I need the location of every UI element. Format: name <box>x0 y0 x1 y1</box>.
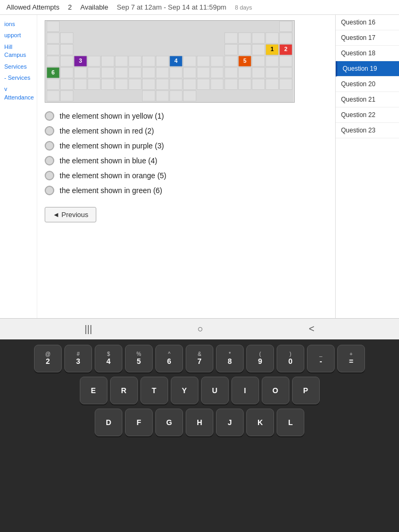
question-label-18: Question 18 <box>341 49 376 57</box>
question-item-17[interactable]: Question 17 <box>336 30 399 46</box>
question-item-21[interactable]: Question 21 <box>336 92 399 107</box>
key-4-dollar[interactable]: $ 4 <box>95 345 122 372</box>
svg-rect-12 <box>225 44 238 55</box>
svg-rect-28 <box>197 56 210 66</box>
previous-button[interactable]: ◄ Previous <box>45 207 96 222</box>
key-p[interactable]: P <box>292 377 320 404</box>
svg-rect-44 <box>170 68 182 78</box>
svg-rect-14 <box>252 44 265 55</box>
key-minus[interactable]: _ - <box>307 345 335 372</box>
svg-rect-10 <box>47 44 60 55</box>
key-7-amp[interactable]: & 7 <box>186 345 213 372</box>
svg-rect-37 <box>74 68 87 78</box>
question-label-16: Question 16 <box>341 19 376 26</box>
key-3-hash[interactable]: # 3 <box>64 345 92 372</box>
svg-rect-36 <box>61 68 73 78</box>
question-item-16[interactable]: Question 16 <box>336 15 399 30</box>
key-k[interactable]: K <box>246 409 274 436</box>
svg-rect-1 <box>47 21 60 32</box>
key-j[interactable]: J <box>216 409 244 436</box>
svg-rect-50 <box>252 68 265 78</box>
key-6-caret[interactable]: ^ 6 <box>155 345 183 372</box>
back-icon[interactable]: < <box>309 323 314 335</box>
svg-rect-27 <box>184 56 196 66</box>
right-sidebar: Question 16 Question 17 Question 18 Ques… <box>335 15 399 318</box>
svg-rect-70 <box>279 79 292 90</box>
key-h[interactable]: H <box>186 409 213 436</box>
svg-rect-69 <box>266 79 279 90</box>
svg-rect-11 <box>61 44 73 55</box>
answer-choice-6[interactable]: the element shown in green (6) <box>45 186 328 195</box>
svg-rect-74 <box>156 90 169 101</box>
radio-button-1[interactable] <box>45 111 54 121</box>
key-d[interactable]: D <box>95 409 122 436</box>
allowed-attempts-label: Allowed Attempts <box>6 3 60 11</box>
sidebar-link-services-2[interactable]: - Services <box>4 74 32 82</box>
question-item-19[interactable]: Question 19 <box>336 61 399 77</box>
key-f[interactable]: F <box>125 409 153 436</box>
key-equals[interactable]: + = <box>337 345 365 372</box>
sidebar-link-ions[interactable]: ions <box>4 20 32 28</box>
question-label-22: Question 22 <box>341 111 376 119</box>
svg-rect-53 <box>47 79 60 90</box>
question-item-20[interactable]: Question 20 <box>336 77 399 92</box>
svg-rect-30 <box>225 56 238 66</box>
sidebar-collapse-button[interactable]: ◄ <box>335 144 336 159</box>
question-label-23: Question 23 <box>341 127 376 134</box>
home-icon[interactable]: ○ <box>197 323 203 335</box>
quiz-content: 1 2 3 4 5 6 the e <box>37 15 335 318</box>
key-e[interactable]: E <box>80 377 107 404</box>
available-value: Sep 7 at 12am - Sep 14 at 11:59pm <box>117 3 226 11</box>
answer-choice-5[interactable]: the element shown in orange (5) <box>45 171 328 180</box>
key-r[interactable]: R <box>110 377 138 404</box>
key-5-percent[interactable]: % 5 <box>125 345 153 372</box>
question-item-22[interactable]: Question 22 <box>336 107 399 123</box>
top-bar: Allowed Attempts 2 Available Sep 7 at 12… <box>0 0 399 15</box>
sidebar-link-hill-campus[interactable]: Hill Campus <box>4 43 32 60</box>
answer-choice-1[interactable]: the element shown in yellow (1) <box>45 111 328 121</box>
key-i[interactable]: I <box>231 377 259 404</box>
svg-rect-49 <box>238 68 251 78</box>
svg-rect-47 <box>211 68 223 78</box>
answer-choice-4[interactable]: the element shown in blue (4) <box>45 156 328 165</box>
radio-button-6[interactable] <box>45 186 54 195</box>
svg-text:2: 2 <box>284 46 287 52</box>
sidebar-link-upport[interactable]: upport <box>4 31 32 39</box>
keyboard-top-row: E R T Y U I O P <box>4 377 395 404</box>
svg-rect-2 <box>279 21 292 32</box>
key-l[interactable]: L <box>277 409 304 436</box>
svg-rect-17 <box>47 56 60 66</box>
key-8-star[interactable]: * 8 <box>216 345 244 372</box>
svg-rect-29 <box>211 56 223 66</box>
svg-text:5: 5 <box>243 57 246 64</box>
sidebar-link-attendance[interactable]: v Attendance <box>4 85 32 102</box>
answer-choice-2[interactable]: the element shown in red (2) <box>45 126 328 136</box>
question-item-18[interactable]: Question 18 <box>336 46 399 61</box>
radio-button-5[interactable] <box>45 171 54 180</box>
answer-choice-3[interactable]: the element shown in purple (3) <box>45 141 328 151</box>
svg-text:4: 4 <box>174 57 178 64</box>
key-2-at[interactable]: @ 2 <box>34 345 62 372</box>
svg-rect-9 <box>279 33 292 44</box>
key-y[interactable]: Y <box>171 377 198 404</box>
key-9-lparen[interactable]: ( 9 <box>246 345 274 372</box>
key-o[interactable]: O <box>262 377 289 404</box>
radio-button-3[interactable] <box>45 141 54 151</box>
svg-rect-72 <box>61 90 73 101</box>
sidebar-link-services-1[interactable]: Services <box>4 63 32 71</box>
answer-label-5: the element shown in orange (5) <box>60 171 167 180</box>
svg-rect-22 <box>115 56 128 66</box>
key-g[interactable]: G <box>155 409 183 436</box>
radio-button-4[interactable] <box>45 156 54 165</box>
key-0-rparen[interactable]: ) 0 <box>277 345 304 372</box>
key-u[interactable]: U <box>201 377 229 404</box>
svg-rect-62 <box>170 79 182 90</box>
svg-rect-68 <box>252 79 265 90</box>
menu-icon[interactable]: ||| <box>85 323 92 335</box>
svg-rect-5 <box>225 33 238 44</box>
svg-rect-21 <box>102 56 114 66</box>
answer-label-1: the element shown in yellow (1) <box>60 112 164 120</box>
key-t[interactable]: T <box>140 377 168 404</box>
radio-button-2[interactable] <box>45 126 54 136</box>
question-item-23[interactable]: Question 23 <box>336 123 399 138</box>
